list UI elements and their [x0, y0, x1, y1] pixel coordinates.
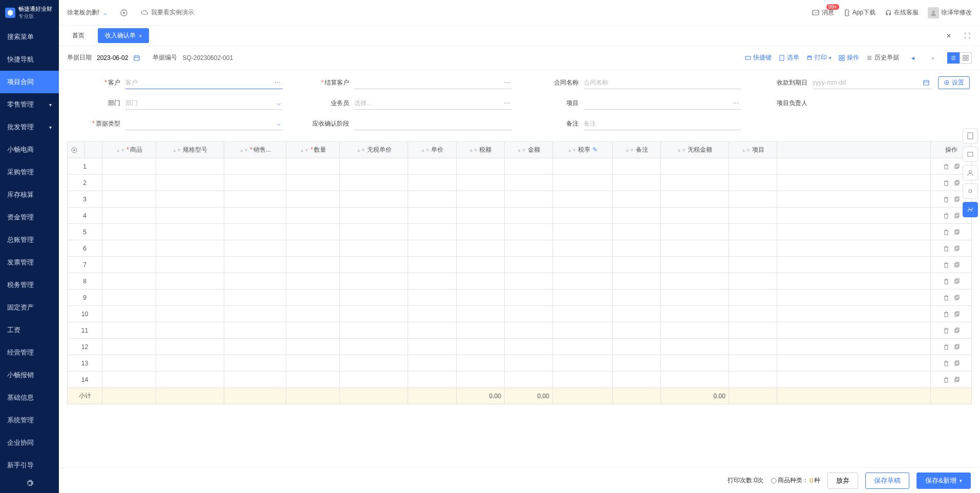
- save-draft-button[interactable]: 保存草稿: [865, 473, 909, 489]
- rail-item-2[interactable]: [963, 147, 978, 162]
- th-sale[interactable]: ▲▼*销售...: [224, 142, 286, 158]
- calendar-icon[interactable]: [133, 54, 140, 61]
- remark-input[interactable]: [584, 120, 741, 127]
- lookup-icon[interactable]: ⋯: [272, 79, 283, 86]
- settings-button[interactable]: 设置: [938, 76, 970, 89]
- th-remark[interactable]: ▲▼备注: [612, 142, 661, 158]
- due-date-input[interactable]: [813, 79, 921, 86]
- contract-name-input[interactable]: [584, 79, 741, 86]
- rail-item-4[interactable]: [963, 183, 978, 199]
- th-qty[interactable]: ▲▼*数量: [286, 142, 340, 158]
- nav-item-9[interactable]: 总账管理: [0, 229, 59, 251]
- copy-icon[interactable]: [953, 344, 960, 350]
- account-settings-icon[interactable]: [117, 6, 131, 19]
- th-tax-amt[interactable]: ▲▼税额: [456, 142, 504, 158]
- nav-item-12[interactable]: 固定资产: [0, 296, 59, 319]
- lookup-icon[interactable]: ⋯: [502, 79, 512, 86]
- nav-item-5[interactable]: 小畅电商: [0, 138, 59, 161]
- table-row[interactable]: 7: [68, 257, 972, 273]
- nav-item-10[interactable]: 发票管理: [0, 251, 59, 274]
- close-icon[interactable]: ×: [139, 33, 142, 39]
- delete-icon[interactable]: [943, 229, 949, 235]
- nav-item-6[interactable]: 采购管理: [0, 161, 59, 183]
- rail-item-1[interactable]: [963, 128, 978, 143]
- nav-item-11[interactable]: 税务管理: [0, 274, 59, 296]
- nav-item-3[interactable]: 零售管理▾: [0, 93, 59, 116]
- table-row[interactable]: 12: [68, 339, 972, 355]
- tab-income-confirm[interactable]: 收入确认单 ×: [98, 28, 149, 43]
- delete-icon[interactable]: [943, 311, 949, 317]
- delete-icon[interactable]: [943, 196, 949, 202]
- copy-icon[interactable]: [953, 377, 960, 383]
- table-row[interactable]: 6: [68, 240, 972, 257]
- table-row[interactable]: 14: [68, 372, 972, 388]
- chevron-down-icon[interactable]: ⌵: [275, 120, 283, 127]
- sidebar-settings[interactable]: [0, 474, 59, 493]
- delete-icon[interactable]: [943, 245, 949, 252]
- dept-input[interactable]: [125, 99, 275, 107]
- nav-item-7[interactable]: 库存核算: [0, 183, 59, 206]
- rail-item-5[interactable]: [963, 202, 978, 217]
- delete-icon[interactable]: [943, 163, 949, 170]
- th-tax-rate[interactable]: ▲▼税率✎: [552, 142, 612, 158]
- nav-item-18[interactable]: 企业协同: [0, 432, 59, 454]
- table-row[interactable]: 2: [68, 175, 972, 191]
- tab-home[interactable]: 首页: [65, 28, 92, 43]
- delete-icon[interactable]: [943, 262, 949, 268]
- delete-icon[interactable]: [943, 278, 949, 284]
- table-row[interactable]: 1: [68, 158, 972, 175]
- customer-input[interactable]: [125, 79, 272, 86]
- view-card[interactable]: [960, 52, 972, 64]
- nav-item-19[interactable]: 新手引导: [0, 454, 59, 474]
- app-download[interactable]: App下载: [843, 8, 876, 17]
- nav-item-14[interactable]: 经营管理: [0, 341, 59, 364]
- table-row[interactable]: 9: [68, 290, 972, 306]
- chevron-down-icon[interactable]: ⌵: [275, 99, 283, 107]
- demo-link[interactable]: 我要看实例演示: [141, 8, 194, 17]
- copy-icon[interactable]: [953, 295, 960, 301]
- rail-item-3[interactable]: [963, 165, 978, 180]
- save-new-button[interactable]: 保存&新增▾: [917, 473, 971, 489]
- table-row[interactable]: 13: [68, 355, 972, 372]
- delete-icon[interactable]: [943, 377, 949, 383]
- th-price[interactable]: ▲▼单价: [408, 142, 456, 158]
- edit-icon[interactable]: ✎: [592, 146, 598, 153]
- nav-item-1[interactable]: 快捷导航: [0, 48, 59, 71]
- settle-customer-input[interactable]: [354, 79, 501, 86]
- nav-item-16[interactable]: 基础信息: [0, 386, 59, 409]
- table-row[interactable]: 3: [68, 191, 972, 208]
- doc-type-input[interactable]: [125, 120, 275, 127]
- table-row[interactable]: 4: [68, 208, 972, 224]
- copy-icon[interactable]: [953, 360, 960, 366]
- account-selector[interactable]: 徐老板勿删! ⌵: [67, 8, 107, 17]
- lookup-icon[interactable]: ⋯: [502, 99, 512, 107]
- th-amount[interactable]: ▲▼金额: [504, 142, 552, 158]
- copy-icon[interactable]: [953, 278, 960, 284]
- nav-item-8[interactable]: 资金管理: [0, 206, 59, 229]
- copy-icon[interactable]: [953, 213, 960, 219]
- table-row[interactable]: 10: [68, 306, 972, 322]
- copy-icon[interactable]: [953, 163, 960, 170]
- history-link[interactable]: 历史单据: [866, 53, 899, 62]
- next-doc[interactable]: ▸: [927, 51, 940, 65]
- delete-icon[interactable]: [943, 360, 949, 366]
- table-row[interactable]: 11: [68, 322, 972, 339]
- th-product[interactable]: ▲▼*商品: [102, 142, 156, 158]
- copy-icon[interactable]: [953, 196, 960, 202]
- nav-item-15[interactable]: 小畅报销: [0, 364, 59, 386]
- th-spec[interactable]: ▲▼规格型号: [156, 142, 224, 158]
- delete-icon[interactable]: [943, 344, 949, 350]
- table-row[interactable]: 5: [68, 224, 972, 240]
- copy-icon[interactable]: [953, 245, 960, 252]
- ops-link[interactable]: 操作: [839, 53, 859, 62]
- nav-item-17[interactable]: 系统管理: [0, 409, 59, 432]
- nav-item-13[interactable]: 工资: [0, 319, 59, 341]
- delete-icon[interactable]: [943, 213, 949, 219]
- message-button[interactable]: 消息 99+: [812, 8, 834, 17]
- table-row[interactable]: 8: [68, 273, 972, 290]
- project-input[interactable]: [584, 99, 731, 107]
- th-amount-notax[interactable]: ▲▼无税金额: [661, 142, 729, 158]
- print-link[interactable]: 打印▾: [806, 53, 832, 62]
- copy-icon[interactable]: [953, 311, 960, 317]
- nav-item-2[interactable]: 项目合同: [0, 71, 59, 93]
